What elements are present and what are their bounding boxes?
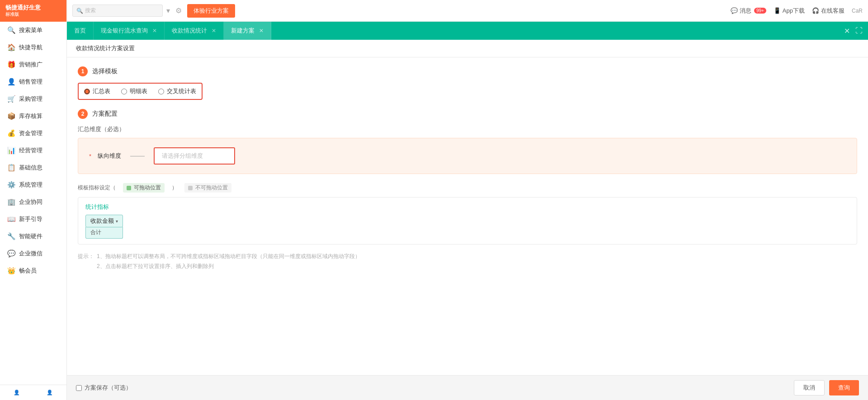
radio-detail-input[interactable]	[121, 89, 127, 94]
sidebar-item-system[interactable]: ⚙️ 系统管理	[0, 176, 66, 193]
radio-cross-label: 交叉统计表	[167, 87, 196, 95]
tip-line-2: 提示： 2、点击标题栏下拉可设置排序、插入列和删除列	[78, 262, 857, 272]
dimension-select[interactable]: 请选择分组维度	[154, 147, 235, 165]
step1-title: 选择模板	[92, 67, 118, 75]
dropdown-arrow-icon[interactable]: ▾	[166, 6, 170, 15]
messages-badge: 99+	[754, 8, 766, 14]
radio-summary-label: 汇总表	[93, 87, 110, 95]
tab-close-icon[interactable]: ✕	[212, 28, 216, 34]
sidebar-item-inventory[interactable]: 📦 库存核算	[0, 108, 66, 125]
sidebar-item-label: 营销推广	[19, 61, 42, 69]
save-label: 方案保存（可选）	[85, 384, 132, 392]
tip-text-1: 1、拖动标题栏可以调整布局，不可跨维度或指标区域拖动栏目字段（只能在同一维度或指…	[97, 252, 360, 262]
step1-section: 1 选择模板 汇总表 明细表	[78, 66, 857, 100]
content-area: 收款情况统计方案设置 1 选择模板 汇总表	[67, 40, 868, 400]
radio-cross[interactable]: 交叉统计表	[158, 87, 196, 95]
radio-detail-label: 明细表	[130, 87, 147, 95]
sidebar-item-label: 搜索菜单	[19, 26, 42, 34]
settings-icon[interactable]: ⚙	[175, 6, 182, 15]
sidebar-item-hardware[interactable]: 🔧 智能硬件	[0, 228, 66, 245]
non-draggable-badge: 不可拖动位置	[184, 183, 231, 193]
user-icon: 👤	[7, 78, 15, 86]
tab-receivable-stats[interactable]: 收款情况统计 ✕	[165, 22, 224, 40]
radio-summary[interactable]: 汇总表	[84, 87, 110, 95]
dimension-row: * 纵向维度 —— 请选择分组维度	[89, 147, 846, 165]
step1-header: 1 选择模板	[78, 66, 857, 76]
step2-number: 2	[78, 109, 88, 119]
sidebar-item-label: 系统管理	[19, 181, 42, 189]
search-icon: 🔍	[7, 26, 15, 34]
dimension-select-placeholder: 请选择分组维度	[162, 152, 203, 159]
logo-sub: 标准版	[5, 11, 41, 18]
tab-home-label: 首页	[74, 27, 86, 35]
online-service-label: 在线客服	[821, 7, 844, 15]
tab-close-icon[interactable]: ✕	[259, 28, 264, 34]
dimension-area: * 纵向维度 —— 请选择分组维度	[78, 138, 857, 174]
user-display: CaR	[852, 8, 863, 14]
sidebar-item-label: 快捷导航	[19, 43, 42, 52]
service-icon: 🎧	[812, 7, 819, 14]
dimension-label: 汇总维度（必选）	[78, 125, 857, 133]
tab-bank-flow-label: 现金银行流水查询	[101, 27, 148, 35]
dimension-name: 纵向维度	[98, 152, 121, 160]
online-service-button[interactable]: 🎧 在线客服	[812, 7, 844, 15]
radio-summary-input[interactable]	[84, 89, 90, 94]
tips-area: 提示： 1、拖动标题栏可以调整布局，不可跨维度或指标区域拖动栏目字段（只能在同一…	[78, 252, 857, 271]
app-download-button[interactable]: 📱 App下载	[774, 7, 805, 15]
sidebar-item-funds[interactable]: 💰 资金管理	[0, 125, 66, 142]
tab-home[interactable]: 首页	[67, 22, 94, 40]
sidebar-bottom: 👤 👤	[0, 385, 66, 400]
cancel-button[interactable]: 取消	[794, 380, 825, 395]
step2-section: 2 方案配置 汇总维度（必选） * 纵向维度 —— 请选择分组维度	[78, 109, 857, 271]
non-draggable-dot	[188, 186, 193, 190]
tab-close-icon[interactable]: ✕	[152, 28, 157, 34]
tab-close-all-icon[interactable]: ✕	[844, 27, 850, 35]
draggable-dot	[127, 186, 131, 190]
required-mark: *	[89, 153, 91, 160]
sidebar-item-operations[interactable]: 📊 经营管理	[0, 142, 66, 159]
indicators-section: 模板指标设定（ 可拖动位置 ） 不可拖动位置 统计指标	[78, 183, 857, 245]
chevron-down-icon: ▾	[116, 219, 118, 224]
gear-icon: ⚙️	[7, 181, 15, 189]
sidebar-item-search[interactable]: 🔍 搜索菜单	[0, 22, 66, 39]
box-icon: 📦	[7, 112, 15, 120]
sidebar-item-sales[interactable]: 👤 销售管理	[0, 73, 66, 90]
indicator-tag-receivable[interactable]: 收款金额 ▾	[85, 215, 123, 227]
topbar-search-box[interactable]: 🔍 搜索	[72, 5, 163, 17]
radio-cross-input[interactable]	[158, 89, 164, 94]
sidebar-item-basic[interactable]: 📋 基础信息	[0, 159, 66, 176]
query-button[interactable]: 查询	[829, 380, 859, 395]
sidebar-item-member[interactable]: 👑 畅会员	[0, 262, 66, 279]
sidebar-item-marketing[interactable]: 🎁 营销推广	[0, 56, 66, 73]
sidebar-item-enterprise[interactable]: 🏢 企业协同	[0, 193, 66, 211]
bottom-buttons: 取消 查询	[794, 380, 859, 395]
trial-button[interactable]: 体验行业方案	[187, 4, 235, 18]
sidebar-item-quick-nav[interactable]: 🏠 快捷导航	[0, 39, 66, 56]
sidebar-item-purchase[interactable]: 🛒 采购管理	[0, 90, 66, 108]
form-area: 1 选择模板 汇总表 明细表	[67, 57, 868, 375]
tab-expand-icon[interactable]: ⛶	[855, 27, 863, 35]
building-icon: 🏢	[7, 198, 15, 206]
bottom-bar: 方案保存（可选） 取消 查询	[67, 375, 868, 400]
save-option[interactable]: 方案保存（可选）	[76, 384, 132, 392]
tab-bank-flow[interactable]: 现金银行流水查询 ✕	[94, 22, 165, 40]
sidebar-avatar2[interactable]: 👤	[47, 390, 53, 395]
sidebar-item-label: 采购管理	[19, 95, 42, 103]
sidebar-item-guide[interactable]: 📖 新手引导	[0, 211, 66, 228]
sidebar-item-wechat[interactable]: 💬 企业微信	[0, 245, 66, 262]
clipboard-icon: 📋	[7, 164, 15, 172]
radio-detail[interactable]: 明细表	[121, 87, 147, 95]
save-checkbox[interactable]	[76, 385, 82, 391]
sidebar-logo: 畅捷通好生意 标准版	[0, 0, 66, 22]
step2-header: 2 方案配置	[78, 109, 857, 119]
dimension-arrow: ——	[130, 152, 145, 160]
tab-new-scheme[interactable]: 新建方案 ✕	[224, 22, 271, 40]
message-icon: 💬	[731, 7, 738, 14]
tab-new-scheme-label: 新建方案	[231, 27, 255, 35]
sidebar-item-label: 畅会员	[19, 267, 37, 275]
draggable-badge: 可拖动位置	[123, 183, 165, 193]
messages-button[interactable]: 💬 消息 99+	[731, 7, 766, 15]
sidebar-item-label: 销售管理	[19, 78, 42, 86]
template-options: 汇总表 明细表 交叉统计表	[78, 83, 203, 100]
sidebar-avatar1[interactable]: 👤	[14, 390, 20, 395]
